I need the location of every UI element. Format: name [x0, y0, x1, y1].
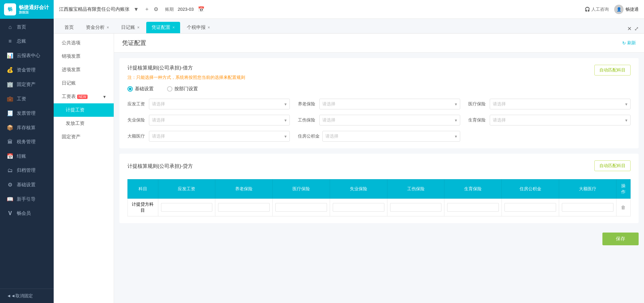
radio-dept[interactable]: 按部门设置 — [167, 86, 198, 92]
sidebar-item-settings[interactable]: ⚙ 基础设置 — [0, 178, 54, 192]
capital-icon: 💰 — [7, 67, 13, 73]
cell-unemployment-input[interactable] — [330, 199, 387, 216]
menu-item-purchase[interactable]: 进项发票 — [54, 63, 114, 77]
sidebar-item-reports[interactable]: 📊 云报表中心 — [0, 48, 54, 63]
select-injury[interactable]: 请选择 ▾ — [319, 115, 460, 125]
input-large-medical[interactable] — [562, 203, 613, 212]
form-grid-debit: 应发工资 请选择 ▾ 养老保险 请选择 ▾ 医疗 — [127, 99, 631, 142]
save-bar: 保存 — [114, 229, 644, 251]
sidebar-item-archive[interactable]: 🗂 归档管理 — [0, 163, 54, 178]
sidebar-item-home[interactable]: ⌂ 首页 — [0, 20, 54, 34]
menu-item-salary-table[interactable]: 工资表 NEW ▾ — [54, 90, 114, 103]
cell-housing-input[interactable] — [502, 199, 559, 216]
tab-voucher[interactable]: 凭证配置 × — [146, 22, 180, 33]
sidebar-item-stock[interactable]: 📦 库存核算 — [0, 120, 54, 135]
ledger-icon: ≡ — [7, 38, 13, 44]
input-pension[interactable] — [218, 203, 270, 212]
cell-subject-label: 计提贷方科目 — [128, 199, 158, 216]
auto-match-button-credit[interactable]: 自动匹配科目 — [594, 160, 631, 171]
section1-title: 计提核算规则(公司承担)-借方 — [127, 65, 245, 71]
user-info[interactable]: 👤 畅捷通 — [614, 5, 639, 14]
input-maternity[interactable] — [447, 203, 499, 212]
sidebar-item-salary[interactable]: 💼 工资 — [0, 92, 54, 106]
settings-gear-icon[interactable]: ⚙ — [154, 6, 158, 12]
menu-item-calc-salary[interactable]: 计提工资 — [54, 103, 114, 117]
add-icon[interactable]: ＋ — [144, 6, 150, 13]
logo-sub: 旗舰版 — [19, 10, 49, 14]
th-subject: 科目 — [128, 180, 158, 199]
close-voucher-tab[interactable]: × — [172, 25, 175, 30]
select-unemployment[interactable]: 请选择 ▾ — [149, 115, 290, 125]
service-button[interactable]: 🎧 人工咨询 — [585, 6, 609, 12]
select-housing[interactable]: 请选择 ▾ — [322, 131, 460, 142]
th-unemployment: 失业保险 — [330, 180, 387, 199]
table-row: 计提贷方科目 🗑 — [128, 199, 631, 216]
salary-icon: 💼 — [7, 96, 13, 102]
period-value: 2023-03 — [178, 7, 194, 12]
select-salary[interactable]: 请选择 ▾ — [149, 99, 290, 109]
sidebar-item-capital[interactable]: 💰 资金管理 — [0, 63, 54, 77]
menu-item-fixed-assets[interactable]: 固定资产 — [54, 130, 114, 144]
close-capital-tab[interactable]: × — [107, 25, 109, 30]
menu-item-sales[interactable]: 销项发票 — [54, 50, 114, 63]
dropdown-arrow-icon: ▾ — [284, 118, 287, 123]
settings-icon: ⚙ — [7, 182, 13, 188]
menu-item-public[interactable]: 公共选项 — [54, 36, 114, 50]
save-button[interactable]: 保存 — [602, 233, 639, 245]
auto-match-button-debit[interactable]: 自动匹配科目 — [594, 65, 631, 75]
tab-actions: ✕ ⤢ — [627, 26, 639, 33]
calendar-icon[interactable]: 📅 — [198, 6, 205, 12]
page-header: 凭证配置 ↻ 刷新 — [114, 34, 644, 53]
home-icon: ⌂ — [7, 24, 13, 30]
cell-salary-input[interactable] — [158, 199, 215, 216]
input-housing[interactable] — [504, 203, 556, 212]
cell-injury-input[interactable] — [387, 199, 444, 216]
close-tax-tab[interactable]: × — [208, 25, 210, 30]
sidebar-item-assets[interactable]: 🏢 固定资产 — [0, 77, 54, 92]
select-large-medical[interactable]: 请选择 ▾ — [149, 131, 290, 142]
main-area: 江西服宝精品有限责任公司内账张 ▼ ＋ ⚙ 账期 2023-03 📅 🎧 人工咨… — [54, 0, 644, 303]
cell-large-medical-input[interactable] — [559, 199, 616, 216]
avatar: 👤 — [614, 5, 624, 14]
sidebar-item-guide[interactable]: 📖 新手引导 — [0, 192, 54, 206]
sidebar-item-invoice[interactable]: 🧾 发票管理 — [0, 106, 54, 120]
refresh-button[interactable]: ↻ 刷新 — [622, 40, 636, 46]
radio-basic-circle — [127, 86, 133, 92]
menu-item-journal[interactable]: 日记账 — [54, 77, 114, 90]
cell-medical-input[interactable] — [273, 199, 330, 216]
close-journal-tab[interactable]: × — [137, 25, 140, 30]
sidebar-item-vip[interactable]: V 畅会员 — [0, 206, 54, 220]
delete-row-button[interactable]: 🗑 — [621, 205, 626, 210]
dropdown-arrow-icon: ▾ — [455, 102, 457, 107]
credit-table: 科目 应发工资 养老保险 医疗保险 失业保险 工伤保险 生育保险 住房公积金 大… — [127, 179, 631, 216]
dropdown-arrow-icon: ▾ — [625, 102, 628, 107]
dropdown-arrow-icon: ▾ — [284, 102, 287, 107]
tab-tax[interactable]: 个税申报 × — [181, 22, 215, 33]
select-pension[interactable]: 请选择 ▾ — [319, 99, 460, 109]
select-maternity[interactable]: 请选择 ▾ — [490, 115, 631, 125]
input-injury[interactable] — [390, 203, 442, 212]
sidebar-item-close[interactable]: 📅 结账 — [0, 149, 54, 163]
input-medical[interactable] — [275, 203, 327, 212]
input-salary[interactable] — [161, 203, 213, 212]
cell-maternity-input[interactable] — [444, 199, 502, 216]
close-window-icon[interactable]: ✕ — [627, 26, 632, 32]
cancel-pin-button[interactable]: ◄◄取消固定 — [0, 289, 54, 303]
section-credit: 计提核算规则(公司承担)-贷方 自动匹配科目 科目 应发工资 养老保险 医疗保险… — [119, 154, 639, 223]
tab-journal[interactable]: 日记账 × — [116, 22, 145, 33]
expand-icon[interactable]: ⤢ — [634, 26, 639, 32]
cell-pension-input[interactable] — [215, 199, 273, 216]
sidebar-item-tax[interactable]: 🏛 税务管理 — [0, 135, 54, 149]
th-medical: 医疗保险 — [273, 180, 330, 199]
tab-home[interactable]: 首页 — [59, 22, 79, 33]
menu-item-pay-salary[interactable]: 发放工资 — [54, 117, 114, 130]
select-medical[interactable]: 请选择 ▾ — [490, 99, 631, 109]
radio-basic[interactable]: 基础设置 — [127, 86, 154, 92]
tab-capital[interactable]: 资金分析 × — [80, 22, 114, 33]
input-unemployment[interactable] — [333, 203, 384, 212]
notice-text: 注：只能选择一种方式，系统将按照您当前的选择来配置规则 — [127, 74, 245, 81]
dropdown-arrow-icon: ▾ — [625, 118, 628, 123]
sidebar-item-ledger[interactable]: ≡ 总账 — [0, 34, 54, 48]
form-item-housing: 住房公积金 请选择 ▾ — [298, 131, 460, 142]
dropdown-icon[interactable]: ▼ — [133, 6, 139, 12]
